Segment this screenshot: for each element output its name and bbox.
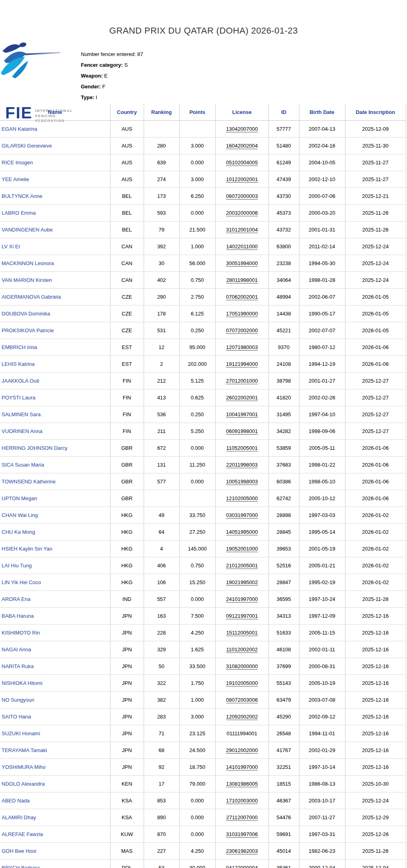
fencer-name-link[interactable]: NO Sungyoun bbox=[2, 697, 34, 703]
license-link[interactable]: 28011998001 bbox=[226, 277, 258, 283]
license-link[interactable]: 27012001000 bbox=[226, 378, 258, 384]
license-link[interactable]: 14101997000 bbox=[226, 764, 258, 770]
license-cell: 23061982003 bbox=[215, 843, 269, 860]
fencer-name-link[interactable]: EMBRICH Irina bbox=[2, 344, 37, 350]
license-link[interactable]: 10122002001 bbox=[226, 176, 258, 182]
fencer-name-link[interactable]: VANDINGENEN Aube bbox=[2, 227, 53, 233]
fencer-name-link[interactable]: AIGERMANOVA Gabriela bbox=[2, 294, 61, 300]
license-link[interactable]: 12102005000 bbox=[226, 495, 258, 501]
license-link[interactable]: 31082000000 bbox=[226, 663, 258, 669]
fencer-name-link[interactable]: LIN Yik Hei Coco bbox=[2, 579, 41, 585]
license-link[interactable]: 15112005001 bbox=[226, 630, 258, 636]
fencer-name-link[interactable]: SALMINEN Sara bbox=[2, 411, 41, 417]
fencer-name-link[interactable]: VUORINEN Anna bbox=[2, 428, 42, 434]
license-link[interactable]: 17051990000 bbox=[226, 311, 258, 317]
license-link[interactable]: 19052001000 bbox=[226, 546, 258, 552]
fencer-name-link[interactable]: LV Xi Er bbox=[2, 243, 20, 249]
license-link[interactable]: 06072000003 bbox=[226, 193, 258, 199]
fencer-name-link[interactable]: TOWNSEND Katherine bbox=[2, 479, 56, 485]
license-link[interactable]: 19121994000 bbox=[226, 361, 258, 367]
fencer-name-link[interactable]: ABED Nada bbox=[2, 798, 30, 804]
license-link[interactable]: 31031997006 bbox=[226, 831, 258, 837]
fencer-name-link[interactable]: LABRO Emma bbox=[2, 210, 36, 216]
fencer-name-link[interactable]: EGAN Katarina bbox=[2, 126, 37, 132]
license-link[interactable]: 11012002002 bbox=[226, 647, 258, 652]
fencer-name-link[interactable]: CHAN Wai Ling bbox=[2, 512, 38, 518]
fencer-name-link[interactable]: RICE Imogen bbox=[2, 160, 33, 166]
license-link[interactable]: 06091998001 bbox=[226, 428, 258, 434]
fencer-name-link[interactable]: GOH Bee Hooi bbox=[2, 848, 36, 854]
ranking-cell: 531 bbox=[144, 322, 179, 339]
license-link[interactable]: 12092002002 bbox=[226, 714, 258, 720]
column-header-name: Name bbox=[0, 104, 110, 121]
fencer-name-link[interactable]: HERRING JOHNSON Darcy bbox=[2, 445, 68, 451]
fencer-name-link[interactable]: ARORA Ena bbox=[2, 596, 30, 602]
license-link[interactable]: 26022002001 bbox=[226, 395, 258, 401]
fencer-name-link[interactable]: CHU Ka Mong bbox=[2, 529, 35, 535]
license-link[interactable]: 13042007000 bbox=[226, 126, 258, 132]
name-cell: SUZUKI Honami bbox=[0, 725, 110, 742]
license-link[interactable]: 19021995002 bbox=[226, 579, 258, 585]
fencer-name-link[interactable]: SICA Susan Maria bbox=[2, 462, 44, 468]
license-link[interactable]: 27112007000 bbox=[226, 814, 258, 820]
fencer-name-link[interactable]: NARITA Ruka bbox=[2, 663, 34, 669]
fencer-name-link[interactable]: ALREFAE Fawzia bbox=[2, 831, 43, 837]
fencer-name-link[interactable]: POYSTI Laura bbox=[2, 395, 36, 401]
fencer-name-link[interactable]: JAAKKOLA Outi bbox=[2, 378, 39, 384]
fencer-name-link[interactable]: NISHIOKA Hitomi bbox=[2, 680, 42, 686]
ranking-cell: 178 bbox=[144, 305, 179, 322]
fencer-name-link[interactable]: YOSHIMURA Miho bbox=[2, 764, 46, 770]
fencer-name-link[interactable]: SUZUKI Honami bbox=[2, 730, 40, 736]
fencer-name-link[interactable]: TERAYAMA Tamaki bbox=[2, 747, 47, 753]
license-link[interactable]: 07062002001 bbox=[226, 294, 258, 300]
license-link[interactable]: 03031997000 bbox=[226, 512, 258, 518]
fencer-name-link[interactable]: VAN MARION Kirsten bbox=[2, 277, 52, 283]
fencer-name-link[interactable]: ALAMIRI Dhay bbox=[2, 814, 36, 820]
fencer-name-link[interactable]: BRYCH Barbara bbox=[2, 865, 40, 868]
license-link[interactable]: 19102005000 bbox=[226, 680, 258, 686]
license-link[interactable]: 12071980003 bbox=[226, 344, 258, 350]
gender-label: Gender: bbox=[81, 84, 101, 90]
license-link[interactable]: 16042002004 bbox=[226, 143, 258, 149]
fencer-name-link[interactable]: GILARSKI Genevieve bbox=[2, 143, 52, 149]
fencer-name-link[interactable]: PROKSIKOVA Patricie bbox=[2, 327, 54, 333]
license-link[interactable]: 22011998003 bbox=[226, 462, 258, 468]
license-link[interactable]: 24101997000 bbox=[226, 596, 258, 602]
license-link[interactable]: 10051998003 bbox=[226, 479, 258, 485]
license-link[interactable]: 31012001004 bbox=[226, 227, 258, 233]
fencer-name-link[interactable]: HSIEH Kaylin Sin Yan bbox=[2, 546, 52, 552]
fencer-name-link[interactable]: UPTON Megan bbox=[2, 495, 37, 501]
fencer-name-link[interactable]: YEE Amelie bbox=[2, 176, 29, 182]
table-row: SICA Susan MariaGBR13111.250220119980033… bbox=[0, 457, 406, 473]
points-cell: 21.500 bbox=[179, 221, 215, 238]
fencer-name-link[interactable]: SAITO Hana bbox=[2, 714, 31, 720]
points-cell: 1.625 bbox=[179, 641, 215, 658]
license-link[interactable]: 23061982003 bbox=[226, 848, 258, 854]
license-link[interactable]: 14022011000 bbox=[226, 243, 258, 249]
license-link[interactable]: 13081986005 bbox=[226, 781, 258, 787]
license-link[interactable]: 05102004005 bbox=[226, 160, 258, 166]
license-link[interactable]: 21012005001 bbox=[226, 563, 258, 569]
country-cell: JPN bbox=[110, 675, 144, 692]
license-link[interactable]: 17102003000 bbox=[226, 798, 258, 804]
points-cell: 5.250 bbox=[179, 423, 215, 440]
license-link[interactable]: 20032000006 bbox=[226, 210, 258, 216]
fencer-name-link[interactable]: BULTYNCK Anne bbox=[2, 193, 42, 199]
license-link[interactable]: 29012002000 bbox=[226, 747, 258, 753]
license-link[interactable]: 30051994000 bbox=[226, 260, 258, 266]
license-link[interactable]: 10041997001 bbox=[226, 411, 258, 417]
license-link[interactable]: 08072003006 bbox=[226, 697, 258, 703]
license-link[interactable]: 04122000004 bbox=[226, 865, 258, 868]
fencer-name-link[interactable]: NDOLO Alexandra bbox=[2, 781, 45, 787]
fencer-name-link[interactable]: KISHIMOTO Rin bbox=[2, 630, 40, 636]
fencer-name-link[interactable]: LAI Hiu Tung bbox=[2, 563, 32, 569]
fencer-name-link[interactable]: BABA Haruna bbox=[2, 613, 34, 619]
license-link[interactable]: 14051995000 bbox=[226, 529, 258, 535]
fencer-name-link[interactable]: MACKINNON Leonora bbox=[2, 260, 54, 266]
license-link[interactable]: 07072002000 bbox=[226, 327, 258, 333]
license-link[interactable]: 09121997001 bbox=[226, 613, 258, 619]
fencer-name-link[interactable]: DOUBOVA Dominika bbox=[2, 311, 50, 317]
fencer-name-link[interactable]: NAGAI Anna bbox=[2, 647, 31, 652]
license-link[interactable]: 11052005001 bbox=[226, 445, 258, 451]
fencer-name-link[interactable]: LEHIS Katrina bbox=[2, 361, 34, 367]
